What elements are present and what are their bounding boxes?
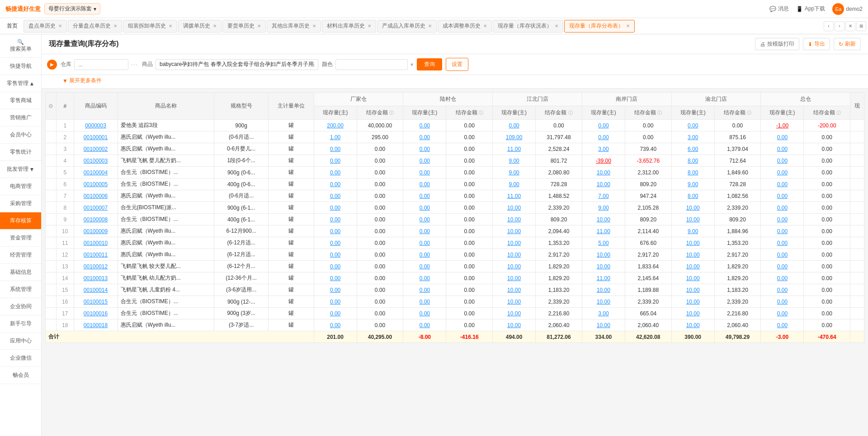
- td-na-qty[interactable]: 10.00: [582, 214, 625, 225]
- tab-inventory-multi[interactable]: 分量盘点单历史 ✕: [68, 20, 122, 33]
- query-btn[interactable]: 查询: [417, 58, 442, 70]
- close-icon[interactable]: ✕: [113, 23, 117, 28]
- message-btn[interactable]: 💬 消息: [769, 5, 789, 13]
- td-jb-qty[interactable]: 10.00: [493, 284, 536, 296]
- sidebar-item-retail[interactable]: 零售管理 ▲: [0, 75, 41, 92]
- sidebar-item-finance[interactable]: 资金管理: [0, 230, 41, 247]
- td-lc-qty[interactable]: 0.00: [403, 284, 446, 296]
- td-code[interactable]: 00100011: [74, 249, 118, 261]
- td-fcl-qty[interactable]: 0.00: [314, 214, 357, 225]
- td-code[interactable]: 00100003: [74, 155, 118, 167]
- td-jb-qty[interactable]: 10.00: [493, 272, 536, 284]
- td-yb-qty[interactable]: 3.00: [671, 131, 714, 143]
- td-jb-qty[interactable]: 10.00: [493, 308, 536, 319]
- td-yb-qty[interactable]: 10.00: [671, 272, 714, 284]
- td-jb-qty[interactable]: 11.00: [493, 143, 536, 155]
- td-yb-qty[interactable]: 10.00: [671, 261, 714, 272]
- td-fcl-qty[interactable]: 0.00: [314, 261, 357, 272]
- industry-select[interactable]: 母婴行业演示陈套 ▾: [44, 3, 100, 14]
- td-yb-qty[interactable]: 9.00: [671, 178, 714, 190]
- td-na-qty[interactable]: 11.00: [582, 272, 625, 284]
- td-code[interactable]: 00100014: [74, 284, 118, 296]
- tab-next-btn[interactable]: ›: [835, 21, 844, 31]
- td-na-qty[interactable]: 5.00: [582, 237, 625, 249]
- close-icon[interactable]: ✕: [58, 23, 62, 28]
- td-fcl-qty[interactable]: 0.00: [314, 308, 357, 319]
- table-container[interactable]: ⚙ # 商品编码 商品名称 规格型号 主计量单位 厂家仓 陆村仓 江北门店 南岸…: [42, 89, 868, 436]
- td-code[interactable]: 00100006: [74, 190, 118, 202]
- td-fcl-qty[interactable]: 0.00: [314, 249, 357, 261]
- td-code[interactable]: 00100008: [74, 214, 118, 225]
- td-lc-qty[interactable]: 0.00: [403, 143, 446, 155]
- td-lc-qty[interactable]: 0.00: [403, 237, 446, 249]
- td-lc-qty[interactable]: 0.00: [403, 272, 446, 284]
- td-jb-qty[interactable]: 10.00: [493, 237, 536, 249]
- user-area[interactable]: Ea demo2: [832, 3, 863, 15]
- td-na-qty[interactable]: 3.00: [582, 308, 625, 319]
- td-na-qty[interactable]: 10.00: [582, 261, 625, 272]
- th-settings[interactable]: ⚙: [46, 93, 57, 120]
- td-total-qty[interactable]: 0.00: [761, 272, 804, 284]
- td-total-qty[interactable]: 0.00: [761, 214, 804, 225]
- td-jb-qty[interactable]: 109.00: [493, 131, 536, 143]
- sidebar-item-ecommerce[interactable]: 电商管理: [0, 178, 41, 195]
- sidebar-item-member[interactable]: 会员中心: [0, 127, 41, 144]
- td-na-qty[interactable]: 10.00: [582, 284, 625, 296]
- close-icon[interactable]: ✕: [368, 23, 371, 28]
- td-total-qty[interactable]: 0.00: [761, 237, 804, 249]
- td-fcl-qty[interactable]: 1.00: [314, 131, 357, 143]
- tab-expand-btn[interactable]: ⊞: [856, 21, 866, 31]
- td-lc-qty[interactable]: 0.00: [403, 225, 446, 237]
- td-total-qty[interactable]: 0.00: [761, 296, 804, 308]
- td-lc-qty[interactable]: 0.00: [403, 308, 446, 319]
- td-lc-qty[interactable]: 0.00: [403, 167, 446, 178]
- tab-prev-btn[interactable]: ‹: [824, 21, 834, 31]
- td-total-qty[interactable]: 0.00: [761, 143, 804, 155]
- td-fcl-qty[interactable]: 0.00: [314, 190, 357, 202]
- td-code[interactable]: 00100016: [74, 308, 118, 319]
- td-fcl-qty[interactable]: 0.00: [314, 272, 357, 284]
- td-total-qty[interactable]: 0.00: [761, 225, 804, 237]
- td-jb-qty[interactable]: 10.00: [493, 249, 536, 261]
- td-fcl-qty[interactable]: 0.00: [314, 167, 357, 178]
- tab-transfer[interactable]: 调拨单历史 ✕: [178, 20, 222, 33]
- td-na-qty[interactable]: 0.00: [582, 120, 625, 131]
- td-total-qty[interactable]: 0.00: [761, 167, 804, 178]
- td-fcl-qty[interactable]: 0.00: [314, 319, 357, 331]
- td-code[interactable]: 00100012: [74, 261, 118, 272]
- td-code[interactable]: 00100007: [74, 202, 118, 214]
- goods-input[interactable]: [156, 59, 318, 70]
- td-fcl-qty[interactable]: 200.00: [314, 120, 357, 131]
- td-jb-qty[interactable]: 10.00: [493, 296, 536, 308]
- close-icon[interactable]: ✕: [483, 23, 487, 28]
- tab-stock-status[interactable]: 现存量（库存状况表） ✕: [493, 20, 563, 33]
- sidebar-item-retail-stat[interactable]: 零售统计: [0, 144, 41, 161]
- td-yb-qty[interactable]: 10.00: [671, 237, 714, 249]
- print-btn[interactable]: 🖨 按模版打印: [755, 38, 799, 50]
- td-total-qty[interactable]: 0.00: [761, 202, 804, 214]
- td-lc-qty[interactable]: 0.00: [403, 214, 446, 225]
- td-jb-qty[interactable]: 10.00: [493, 214, 536, 225]
- td-yb-qty[interactable]: 10.00: [671, 284, 714, 296]
- td-lc-qty[interactable]: 0.00: [403, 178, 446, 190]
- td-lc-qty[interactable]: 0.00: [403, 190, 446, 202]
- td-total-qty[interactable]: 0.00: [761, 308, 804, 319]
- td-fcl-qty[interactable]: 0.00: [314, 284, 357, 296]
- td-jb-qty[interactable]: 9.00: [493, 178, 536, 190]
- td-code[interactable]: 00100018: [74, 319, 118, 331]
- td-code[interactable]: 00100002: [74, 143, 118, 155]
- td-na-qty[interactable]: 9.00: [582, 202, 625, 214]
- tab-assembly[interactable]: 组装拆卸单历史 ✕: [123, 20, 177, 33]
- td-total-qty[interactable]: 0.00: [761, 319, 804, 331]
- td-na-qty[interactable]: 10.00: [582, 167, 625, 178]
- close-icon[interactable]: ✕: [626, 23, 630, 28]
- td-na-qty[interactable]: 0.00: [582, 131, 625, 143]
- td-jb-qty[interactable]: 10.00: [493, 261, 536, 272]
- td-fcl-qty[interactable]: 0.00: [314, 143, 357, 155]
- color-input[interactable]: [335, 59, 408, 70]
- td-yb-qty[interactable]: 10.00: [671, 319, 714, 331]
- td-yb-qty[interactable]: 10.00: [671, 202, 714, 214]
- export-btn[interactable]: ⬇ 导出: [803, 38, 830, 50]
- sidebar-item-system[interactable]: 系统管理: [0, 281, 41, 298]
- close-icon[interactable]: ✕: [312, 23, 316, 28]
